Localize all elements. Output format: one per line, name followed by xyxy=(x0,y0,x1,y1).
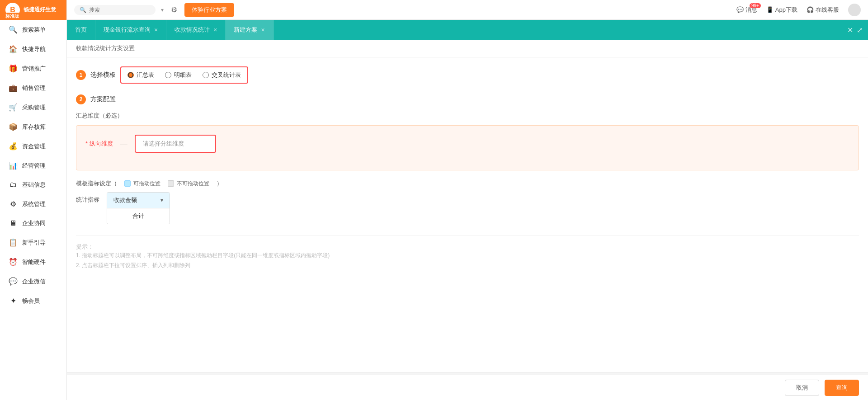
draggable-dot xyxy=(124,180,131,187)
cancel-button[interactable]: 取消 xyxy=(785,380,819,396)
tips-container: 提示： 1. 拖动标题栏可以调整布局，不可跨维度或指标区域拖动栏目字段(只能在同… xyxy=(76,243,859,270)
home-icon: 🏠 xyxy=(9,45,18,53)
radio-detail[interactable] xyxy=(165,72,171,78)
step1-number: 1 xyxy=(76,70,86,80)
tab-bank-flow-close[interactable]: × xyxy=(154,27,158,33)
tabbar-actions: ✕ ⤢ xyxy=(842,20,868,40)
sidebar: B 畅捷通好生意 标准版 🔍 搜索菜单 🏠 快捷导航 🎁 营销推广 💼 销售管理… xyxy=(0,0,67,400)
search-input[interactable] xyxy=(89,7,143,13)
tip-item-1: 1. 拖动标题栏可以调整布局，不可跨维度或指标区域拖动栏目字段(只能在同一维度或… xyxy=(76,251,859,261)
sidebar-item-sales[interactable]: 💼 销售管理 xyxy=(0,78,66,98)
tab-new-plan[interactable]: 新建方案 × xyxy=(226,20,273,40)
trial-button[interactable]: 体验行业方案 xyxy=(184,3,234,17)
sidebar-item-wechat[interactable]: 💬 企业微信 xyxy=(0,272,66,291)
tab-home-label: 首页 xyxy=(75,26,87,34)
sidebar-item-label: 采购管理 xyxy=(22,104,46,112)
tab-collection-stats-label: 收款情况统计 xyxy=(175,26,210,34)
main-area: 🔍 ▾ ⚙ 体验行业方案 💬 消息 99+ 📱 App下载 🎧 在线客服 xyxy=(67,0,868,400)
metrics-config: 模板指标设定（ 可拖动位置 不可拖动位置 ） xyxy=(76,179,859,224)
metrics-column-label: 收款金额 xyxy=(113,196,137,204)
sidebar-item-label: 搜索菜单 xyxy=(22,26,46,34)
message-icon: 💬 xyxy=(736,6,744,13)
monitor-icon: 🖥 xyxy=(9,219,18,227)
tab-home[interactable]: 首页 xyxy=(67,20,95,40)
page-header: 收款情况统计方案设置 xyxy=(67,40,868,57)
dimension-placeholder: 请选择分组维度 xyxy=(143,140,184,148)
summary-dimension-label: 汇总维度（必选） xyxy=(76,112,859,120)
sidebar-item-finance[interactable]: 💰 资金管理 xyxy=(0,136,66,156)
query-button[interactable]: 查询 xyxy=(825,380,859,396)
sidebar-item-search[interactable]: 🔍 搜索菜单 xyxy=(0,20,66,39)
sidebar-item-enterprise[interactable]: 🖥 企业协同 xyxy=(0,214,66,233)
metrics-table: 收款金额 ▾ 合计 xyxy=(107,192,170,224)
sidebar-item-label: 系统管理 xyxy=(22,200,46,208)
metrics-table-header[interactable]: 收款金额 ▾ xyxy=(107,193,170,208)
tab-new-plan-label: 新建方案 xyxy=(234,26,257,34)
cart-icon: 🛒 xyxy=(9,103,18,112)
chart-icon: 📊 xyxy=(9,161,18,170)
sidebar-item-member[interactable]: ✦ 畅会员 xyxy=(0,291,66,311)
dimension-row: * 纵向维度 — 请选择分组维度 xyxy=(85,135,849,153)
sidebar-item-label: 畅会员 xyxy=(22,297,40,305)
member-icon: ✦ xyxy=(9,296,18,305)
sidebar-item-inventory[interactable]: 📦 库存核算 xyxy=(0,117,66,136)
page-header-title: 收款情况统计方案设置 xyxy=(76,45,135,52)
sidebar-item-label: 经营管理 xyxy=(22,162,46,170)
maximize-button[interactable]: ⤢ xyxy=(857,26,863,34)
topbar-right: 💬 消息 99+ 📱 App下载 🎧 在线客服 xyxy=(736,4,861,16)
dropdown-icon[interactable]: ▾ xyxy=(160,197,163,203)
dimension-selector[interactable]: 请选择分组维度 xyxy=(135,135,216,153)
option-cross-label: 交叉统计表 xyxy=(212,71,241,79)
step2-section: 2 方案配置 汇总维度（必选） * 纵向维度 — 请选择分组维度 xyxy=(76,94,859,270)
step1-title: 选择模板 xyxy=(90,71,116,79)
sidebar-item-marketing[interactable]: 🎁 营销推广 xyxy=(0,59,66,78)
non-draggable-legend: 不可拖动位置 xyxy=(168,180,209,188)
messages-button[interactable]: 💬 消息 99+ xyxy=(736,6,757,14)
radio-summary[interactable] xyxy=(127,72,134,78)
version-badge: 标准版 xyxy=(4,13,21,20)
search-icon: 🔍 xyxy=(80,7,86,13)
gear-icon: ⚙ xyxy=(9,200,18,208)
non-draggable-dot xyxy=(168,180,174,187)
tab-collection-stats[interactable]: 收款情况统计 × xyxy=(166,20,226,40)
sidebar-item-label: 快捷导航 xyxy=(22,45,46,53)
sidebar-item-guide[interactable]: 📋 新手引导 xyxy=(0,233,66,252)
sidebar-item-system[interactable]: ⚙ 系统管理 xyxy=(0,194,66,214)
tips-section: 提示： 1. 拖动标题栏可以调整布局，不可跨维度或指标区域拖动栏目字段(只能在同… xyxy=(76,235,859,270)
bottom-bar: 取消 查询 xyxy=(67,375,868,400)
sidebar-item-quick-nav[interactable]: 🏠 快捷导航 xyxy=(0,39,66,59)
online-support-button[interactable]: 🎧 在线客服 xyxy=(807,6,839,14)
option-summary[interactable]: 汇总表 xyxy=(127,71,154,79)
sidebar-item-label: 销售管理 xyxy=(22,84,46,92)
close-window-button[interactable]: ✕ xyxy=(847,26,853,34)
tab-collection-stats-close[interactable]: × xyxy=(213,27,217,33)
tip-item-2: 2. 点击标题栏下拉可设置排序、插入列和删除列 xyxy=(76,261,859,271)
headset-icon: 🎧 xyxy=(807,6,814,13)
sidebar-item-operations[interactable]: 📊 经营管理 xyxy=(0,156,66,175)
wechat-icon: 💬 xyxy=(9,277,18,286)
metrics-header: 模板指标设定（ 可拖动位置 不可拖动位置 ） xyxy=(76,179,859,188)
sidebar-item-hardware[interactable]: ⏰ 智能硬件 xyxy=(0,252,66,272)
settings-icon[interactable]: ⚙ xyxy=(171,5,177,14)
app-download-button[interactable]: 📱 App下载 xyxy=(766,6,797,14)
avatar[interactable] xyxy=(848,4,861,16)
sidebar-item-label: 营销推广 xyxy=(22,65,46,73)
folder-icon: 🗂 xyxy=(9,181,18,189)
topbar-search-box[interactable]: 🔍 xyxy=(74,5,156,15)
sidebar-item-basic-info[interactable]: 🗂 基础信息 xyxy=(0,175,66,194)
page-body: 1 选择模板 汇总表 明细表 交叉统计表 xyxy=(67,57,868,372)
tab-bank-flow[interactable]: 现金银行流水查询 × xyxy=(95,20,166,40)
sidebar-item-purchase[interactable]: 🛒 采购管理 xyxy=(0,98,66,117)
step2-header: 2 方案配置 xyxy=(76,94,859,104)
sidebar-menu: 🔍 搜索菜单 🏠 快捷导航 🎁 营销推广 💼 销售管理 🛒 采购管理 📦 库存核… xyxy=(0,20,66,400)
step2-title: 方案配置 xyxy=(90,95,116,104)
metrics-header-text: 模板指标设定（ xyxy=(76,179,117,188)
tab-new-plan-close[interactable]: × xyxy=(261,27,264,33)
sidebar-item-label: 企业协同 xyxy=(22,219,46,227)
option-detail[interactable]: 明细表 xyxy=(165,71,192,79)
option-cross[interactable]: 交叉统计表 xyxy=(203,71,241,79)
radio-cross[interactable] xyxy=(203,72,209,78)
guide-icon: 📋 xyxy=(9,238,18,247)
sidebar-item-label: 基础信息 xyxy=(22,181,46,189)
dropdown-arrow-icon[interactable]: ▾ xyxy=(161,7,164,13)
